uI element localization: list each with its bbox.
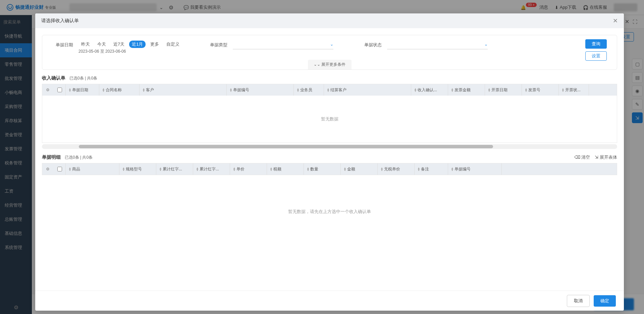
select-all-checkbox[interactable] bbox=[57, 167, 62, 171]
column-header[interactable]: ▲▼业务员 bbox=[294, 84, 324, 96]
doc-type-filter: 单据类型 bbox=[210, 41, 344, 54]
confirm-button[interactable]: 确定 bbox=[594, 295, 616, 307]
date-filter: 单据日期 昨天今天近7天近1月更多自定义 2023-05-06 至 2023-0… bbox=[56, 41, 190, 54]
sort-icon: ▲▼ bbox=[68, 88, 71, 92]
doc-status-filter: 单据状态 bbox=[364, 41, 498, 54]
section2-empty: 暂无数据，请先在上方选中一个收入确认单 bbox=[35, 175, 624, 291]
doc-type-select[interactable] bbox=[233, 41, 333, 49]
query-button[interactable]: 查询 bbox=[585, 39, 607, 49]
column-header[interactable]: ▲▼开票日期 bbox=[485, 84, 522, 96]
double-chevron-down-icon bbox=[314, 62, 320, 67]
column-header[interactable]: ▲▼发票号 bbox=[522, 84, 559, 96]
date-chip-5[interactable]: 自定义 bbox=[164, 41, 182, 48]
expand-conditions[interactable]: 展开更多条件 bbox=[308, 60, 352, 69]
gear-icon[interactable] bbox=[46, 167, 52, 171]
column-header[interactable]: ▲▼规格型号 bbox=[119, 163, 156, 175]
select-all-checkbox[interactable] bbox=[57, 88, 62, 92]
column-header[interactable]: ▲▼单据编号 bbox=[448, 163, 502, 175]
sort-icon: ▲▼ bbox=[451, 88, 454, 92]
modal-header: 请选择收入确认单 ✕ bbox=[35, 13, 624, 28]
scrollbar-thumb[interactable] bbox=[79, 145, 493, 148]
date-range-text: 2023-05-06 至 2023-06-06 bbox=[78, 49, 182, 54]
select-income-modal: 请选择收入确认单 ✕ 单据日期 昨天今天近7天近1月更多自定义 2023-05-… bbox=[35, 13, 624, 311]
gear-icon[interactable] bbox=[46, 88, 52, 92]
date-chip-0[interactable]: 昨天 bbox=[78, 41, 93, 48]
sort-icon: ▲▼ bbox=[270, 167, 273, 171]
column-header[interactable]: ▲▼发票金额 bbox=[448, 84, 485, 96]
column-header[interactable]: ▲▼备注 bbox=[415, 163, 448, 175]
sort-icon: ▲▼ bbox=[343, 167, 346, 171]
column-header[interactable]: ▲▼数量 bbox=[304, 163, 341, 175]
sort-icon: ▲▼ bbox=[196, 167, 199, 171]
column-header[interactable]: ▲▼合同名称 bbox=[99, 84, 140, 96]
chevron-down-icon bbox=[330, 42, 333, 47]
section1-header: 收入确认单 已选0条 | 共0条 bbox=[35, 70, 624, 84]
sort-icon: ▲▼ bbox=[68, 167, 71, 171]
sort-icon: ▲▼ bbox=[142, 88, 145, 92]
eraser-icon bbox=[574, 155, 580, 160]
sort-icon: ▲▼ bbox=[233, 167, 236, 171]
column-header[interactable]: ▲▼单据编号 bbox=[227, 84, 294, 96]
cancel-button[interactable]: 取消 bbox=[567, 295, 590, 307]
sort-icon: ▲▼ bbox=[451, 167, 454, 171]
expand-body-button[interactable]: 展开表体 bbox=[595, 154, 617, 160]
section2-title: 单据明细 bbox=[42, 154, 61, 160]
chevron-down-icon bbox=[484, 42, 488, 47]
sort-icon: ▲▼ bbox=[159, 167, 162, 171]
date-chip-3[interactable]: 近1月 bbox=[129, 41, 146, 48]
sort-icon: ▲▼ bbox=[122, 167, 125, 171]
date-chip-2[interactable]: 近7天 bbox=[111, 41, 127, 48]
sort-icon: ▲▼ bbox=[229, 88, 232, 92]
sort-icon: ▲▼ bbox=[414, 88, 417, 92]
section1-empty: 暂无数据 bbox=[42, 96, 617, 143]
sort-icon: ▲▼ bbox=[380, 167, 383, 171]
doc-status-select[interactable] bbox=[387, 41, 488, 49]
sort-icon: ▲▼ bbox=[327, 88, 330, 92]
sort-icon: ▲▼ bbox=[561, 88, 565, 92]
section2-header: 单据明细 已选0条 | 共0条 清空 展开表体 bbox=[35, 149, 624, 163]
sort-icon: ▲▼ bbox=[102, 88, 105, 92]
column-header[interactable]: ▲▼累计红字... bbox=[156, 163, 193, 175]
section1-table: ▲▼单据日期▲▼合同名称▲▼客户▲▼单据编号▲▼业务员▲▼结算客户▲▼收入确认.… bbox=[42, 84, 617, 143]
column-header[interactable]: ▲▼无税单价 bbox=[378, 163, 415, 175]
column-header[interactable]: ▲▼商品 bbox=[66, 163, 119, 175]
expand-icon bbox=[595, 155, 598, 160]
modal-title: 请选择收入确认单 bbox=[41, 18, 79, 24]
sort-icon: ▲▼ bbox=[488, 88, 491, 92]
column-header[interactable]: ▲▼单价 bbox=[230, 163, 267, 175]
column-header[interactable]: ▲▼税额 bbox=[267, 163, 304, 175]
column-header[interactable]: ▲▼累计红字... bbox=[193, 163, 230, 175]
sort-icon: ▲▼ bbox=[297, 88, 300, 92]
modal-footer: 取消 确定 bbox=[35, 291, 624, 311]
column-header[interactable]: ▲▼收入确认... bbox=[411, 84, 448, 96]
column-header[interactable]: ▲▼结算客户 bbox=[324, 84, 411, 96]
clear-button[interactable]: 清空 bbox=[574, 154, 590, 160]
section2-table: ▲▼商品▲▼规格型号▲▼累计红字...▲▼累计红字...▲▼单价▲▼税额▲▼数量… bbox=[42, 163, 617, 175]
sort-icon: ▲▼ bbox=[417, 167, 420, 171]
column-header[interactable]: ▲▼客户 bbox=[140, 84, 227, 96]
close-icon[interactable]: ✕ bbox=[613, 17, 618, 24]
date-chip-4[interactable]: 更多 bbox=[148, 41, 162, 48]
filter-settings-button[interactable]: 设置 bbox=[585, 51, 607, 61]
date-chip-1[interactable]: 今天 bbox=[95, 41, 109, 48]
column-header[interactable]: ▲▼开票状... bbox=[559, 84, 589, 96]
horizontal-scrollbar[interactable] bbox=[42, 144, 617, 149]
sort-icon: ▲▼ bbox=[525, 88, 528, 92]
sort-icon: ▲▼ bbox=[307, 167, 310, 171]
column-header[interactable]: ▲▼单据日期 bbox=[66, 84, 99, 96]
column-header[interactable]: ▲▼金额 bbox=[341, 163, 378, 175]
section1-title: 收入确认单 bbox=[42, 75, 65, 81]
filter-panel: 单据日期 昨天今天近7天近1月更多自定义 2023-05-06 至 2023-0… bbox=[42, 35, 617, 70]
